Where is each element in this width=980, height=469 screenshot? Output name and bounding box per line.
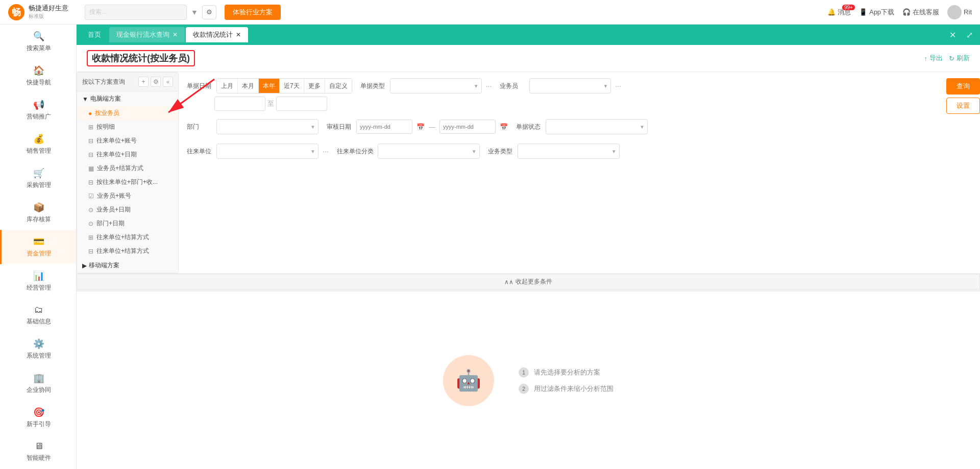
- scheme-item-salesman-settle[interactable]: ▦ 业务员+结算方式: [77, 161, 178, 175]
- date-btn-this-year[interactable]: 本年: [259, 79, 280, 93]
- sidebar-item-search[interactable]: 🔍 搜索菜单: [0, 25, 76, 59]
- sidebar-item-finance[interactable]: 💳 资金管理: [0, 230, 76, 264]
- docstatus-select[interactable]: [546, 119, 648, 134]
- marketing-icon: 📢: [33, 99, 44, 110]
- scheme-settings-btn[interactable]: ⚙: [151, 77, 161, 87]
- date-btn-7days[interactable]: 近7天: [280, 79, 304, 93]
- partner-cat-select[interactable]: [378, 144, 480, 159]
- partner-select[interactable]: [216, 144, 318, 159]
- sidebar-item-inventory[interactable]: 📦 库存核算: [0, 196, 76, 230]
- date-btn-custom[interactable]: 自定义: [325, 79, 352, 93]
- sidebar-item-operation[interactable]: 📊 经营管理: [0, 264, 76, 298]
- tab-home[interactable]: 首页: [81, 27, 108, 42]
- salesman-more-icon[interactable]: ···: [615, 82, 621, 90]
- sidebar-item-basic[interactable]: 🗂 基础信息: [0, 298, 76, 332]
- doctype-label: 单据类型: [360, 82, 386, 90]
- page-header-actions: ↑ 导出 ↻ 刷新: [924, 54, 970, 63]
- doctype-more-icon[interactable]: ···: [486, 82, 492, 90]
- date-label: 单据日期: [187, 82, 212, 90]
- filter-partner-row: 往来单位 ▼ ···: [187, 144, 329, 159]
- scheme-group-mobile[interactable]: ▶ 移动端方案: [77, 258, 178, 273]
- scheme-item-by-salesman[interactable]: ● 按业务员: [77, 106, 178, 120]
- export-btn[interactable]: ↑ 导出: [924, 54, 943, 63]
- review-from-input[interactable]: [356, 120, 412, 134]
- date-btn-last-month[interactable]: 上月: [217, 79, 238, 93]
- bell-icon: 🔔: [827, 8, 836, 16]
- scheme-item-dept-date[interactable]: ⊙ 部门+日期: [77, 217, 178, 230]
- sidebar-item-quick[interactable]: 🏠 快捷导航: [0, 59, 76, 93]
- system-icon: ⚙️: [33, 338, 44, 349]
- dept-select-wrap: ▼: [216, 119, 318, 134]
- scheme-item-partner-dept[interactable]: ⊟ 按往来单位+部门+收...: [77, 175, 178, 189]
- tab-expand-btn[interactable]: ⤢: [963, 29, 976, 41]
- message-btn[interactable]: 🔔 消息 99+: [827, 8, 851, 17]
- sidebar-item-marketing[interactable]: 📢 营销推广: [0, 93, 76, 127]
- trial-industry-btn[interactable]: 体验行业方案: [225, 5, 281, 20]
- guide-icon: 🎯: [33, 407, 44, 418]
- calendar-to-icon[interactable]: 📅: [500, 123, 508, 131]
- scheme-item-icon-ss: ▦: [88, 165, 94, 172]
- scheme-item-partner-date[interactable]: ⊟ 往来单位+日期: [77, 148, 178, 161]
- scheme-item-label-sd: 业务员+日期: [96, 205, 131, 214]
- tab-bank-close[interactable]: ✕: [173, 31, 178, 38]
- scheme-item-partner-account[interactable]: ⊟ 往来单位+账号: [77, 134, 178, 148]
- partner-dots-icon[interactable]: ···: [323, 147, 329, 155]
- scheme-add-btn[interactable]: +: [138, 77, 149, 87]
- search-display[interactable]: 搜索...: [85, 5, 187, 20]
- scheme-item-partner-settle[interactable]: ⊞ 往来单位+结算方式: [77, 230, 178, 244]
- scheme-header-title: 按以下方案查询: [82, 78, 136, 86]
- logo-badge: 标准版: [29, 13, 68, 20]
- scheme-item-partner-settle2[interactable]: ⊟ 往来单位+结算方式: [77, 244, 178, 258]
- sidebar-item-guide[interactable]: 🎯 新手引导: [0, 401, 76, 435]
- salesman-select[interactable]: [529, 78, 611, 93]
- logo-icon: 畅: [8, 4, 24, 20]
- scheme-header-icons: + ⚙ «: [138, 77, 173, 87]
- page-title: 收款情况统计(按业务员): [87, 50, 195, 66]
- doctype-select[interactable]: [390, 78, 482, 93]
- settings-btn[interactable]: 设置: [946, 98, 980, 114]
- date-from-input[interactable]: 2023-01-01: [214, 97, 265, 111]
- scheme-item-label-dd: 部门+日期: [96, 219, 125, 228]
- collapse-bar[interactable]: ∧∧ 收起更多条件: [77, 274, 980, 290]
- filter-review-date-row: 审核日期 📅 — 📅: [327, 120, 508, 134]
- scheme-item-salesman-date[interactable]: ⊙ 业务员+日期: [77, 203, 178, 217]
- message-badge: 99+: [842, 5, 855, 10]
- sidebar-item-sales[interactable]: 💰 销售管理: [0, 127, 76, 161]
- sidebar-label-system: 系统管理: [27, 351, 51, 360]
- app-download-label: App下载: [869, 8, 894, 17]
- scheme-collapse-btn[interactable]: «: [163, 77, 173, 87]
- review-to-input[interactable]: [439, 120, 496, 134]
- sidebar-item-system[interactable]: ⚙️ 系统管理: [0, 332, 76, 366]
- tab-receipt[interactable]: 收款情况统计 ✕: [186, 27, 248, 42]
- online-service-btn[interactable]: 🎧 在线客服: [902, 8, 939, 17]
- tab-close-all-btn[interactable]: ✕: [946, 29, 959, 41]
- user-area[interactable]: Rit: [947, 5, 972, 19]
- biztype-select[interactable]: [518, 144, 620, 159]
- sidebar-item-purchase[interactable]: 🛒 采购管理: [0, 161, 76, 196]
- sidebar-item-hardware[interactable]: 🖥 智能硬件: [0, 435, 76, 468]
- tab-receipt-close[interactable]: ✕: [236, 31, 241, 38]
- settings-gear-btn[interactable]: ⚙: [202, 5, 216, 19]
- scheme-item-icon-pd: ⊟: [88, 151, 93, 158]
- scheme-item-label-pset: 往来单位+结算方式: [96, 233, 149, 242]
- refresh-btn[interactable]: ↻ 刷新: [949, 54, 970, 63]
- dept-select[interactable]: [216, 119, 318, 134]
- date-btn-more[interactable]: 更多: [304, 79, 325, 93]
- scheme-group-desktop[interactable]: ▼ 电脑端方案: [77, 91, 178, 106]
- step-2-label: 用过滤条件来缩小分析范围: [534, 384, 614, 393]
- nav-arrow-icon[interactable]: ▼: [191, 8, 198, 16]
- tab-receipt-label: 收款情况统计: [193, 30, 233, 39]
- top-header: 畅 畅捷通好生意 标准版 搜索... ▼ ⚙ 体验行业方案 🔔 消息 99+ 📱…: [0, 0, 980, 25]
- tab-bank[interactable]: 现金银行流水查询 ✕: [109, 27, 185, 42]
- date-to-input[interactable]: 2023-12-31: [276, 97, 327, 111]
- scheme-item-salesman-account[interactable]: ☑ 业务员+账号: [77, 189, 178, 203]
- filter-date-row: 单据日期 上月 本月 本年 近7天 更多 自定义: [187, 78, 352, 93]
- scheme-item-icon-pa: ⊟: [88, 137, 93, 145]
- user-name: Rit: [964, 8, 972, 16]
- scheme-item-by-detail[interactable]: ⊞ 按明细: [77, 120, 178, 134]
- calendar-from-icon[interactable]: 📅: [416, 123, 425, 131]
- sidebar-item-corp[interactable]: 🏢 企业协同: [0, 366, 76, 401]
- query-btn[interactable]: 查询: [946, 78, 980, 95]
- date-btn-this-month[interactable]: 本月: [238, 79, 259, 93]
- app-download-btn[interactable]: 📱 App下载: [859, 8, 894, 17]
